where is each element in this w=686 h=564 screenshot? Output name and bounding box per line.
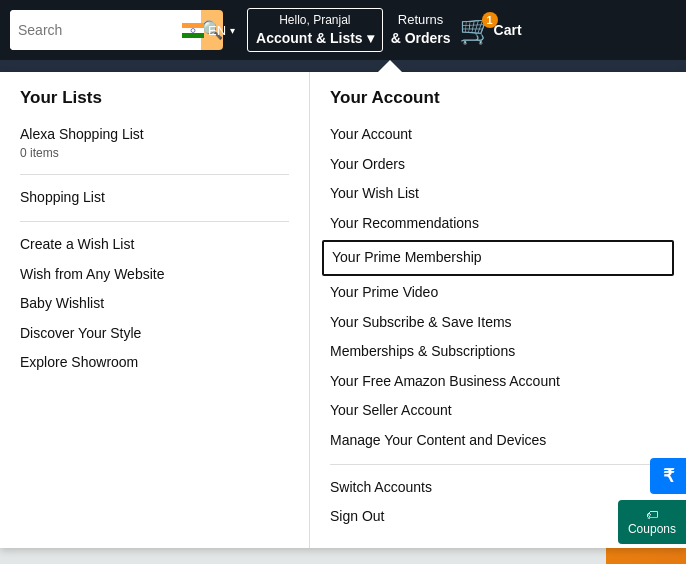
rupee-button[interactable]: ₹ (650, 458, 686, 494)
switch-accounts-item[interactable]: Switch Accounts (330, 473, 666, 503)
your-prime-membership-item[interactable]: Your Prime Membership (322, 240, 674, 276)
free-amazon-business-item[interactable]: Your Free Amazon Business Account (330, 367, 666, 397)
dropdown-overlay: Your Lists Alexa Shopping List 0 items S… (0, 60, 686, 548)
wish-any-website-item[interactable]: Wish from Any Website (20, 260, 289, 290)
svg-rect-2 (182, 33, 204, 38)
account-label: Account & Lists (256, 29, 363, 47)
lang-chevron: ▾ (230, 25, 235, 36)
your-recommendations-item[interactable]: Your Recommendations (330, 209, 666, 239)
search-bar: 🔍 (10, 10, 170, 50)
sign-out-item[interactable]: Sign Out (330, 502, 666, 532)
your-prime-video-item[interactable]: Your Prime Video (330, 278, 666, 308)
rupee-icon: ₹ (663, 465, 674, 487)
discover-style-item[interactable]: Discover Your Style (20, 319, 289, 349)
dropdown-menu: Your Lists Alexa Shopping List 0 items S… (0, 72, 686, 548)
india-flag-icon (182, 23, 204, 38)
your-lists-title: Your Lists (20, 88, 289, 108)
memberships-subscriptions-item[interactable]: Memberships & Subscriptions (330, 337, 666, 367)
cart-label: Cart (494, 22, 522, 38)
your-account-item[interactable]: Your Account (330, 120, 666, 150)
your-seller-account-item[interactable]: Your Seller Account (330, 396, 666, 426)
returns-button[interactable]: Returns & Orders (391, 11, 451, 49)
your-account-title: Your Account (330, 88, 666, 108)
coupons-button[interactable]: 🏷 Coupons (618, 500, 686, 544)
explore-showroom-item[interactable]: Explore Showroom (20, 348, 289, 378)
your-account-column: Your Account Your Account Your Orders Yo… (310, 72, 686, 548)
baby-wishlist-item[interactable]: Baby Wishlist (20, 289, 289, 319)
your-lists-column: Your Lists Alexa Shopping List 0 items S… (0, 72, 310, 548)
lang-label: EN (208, 23, 226, 38)
coupon-icon: 🏷 (646, 508, 658, 522)
account-button[interactable]: Hello, Pranjal Account & Lists ▾ (247, 8, 383, 52)
divider-1 (20, 174, 289, 175)
dropdown-caret (378, 60, 402, 72)
divider-right (330, 464, 666, 465)
search-input[interactable] (10, 10, 201, 50)
cart-count: 1 (482, 12, 498, 28)
returns-line2: & Orders (391, 29, 451, 49)
alexa-title: Alexa Shopping List (20, 125, 289, 145)
account-chevron: ▾ (367, 29, 374, 47)
language-selector[interactable]: EN ▾ (178, 19, 239, 42)
your-orders-item[interactable]: Your Orders (330, 150, 666, 180)
header: 🔍 EN ▾ Hello, Pranjal Account & Lists ▾ … (0, 0, 686, 60)
divider-2 (20, 221, 289, 222)
greeting-text: Hello, Pranjal (256, 13, 374, 29)
returns-line1: Returns (391, 11, 451, 29)
create-wish-list-item[interactable]: Create a Wish List (20, 230, 289, 260)
alexa-shopping-list-item[interactable]: Alexa Shopping List 0 items (20, 120, 289, 166)
alexa-sub: 0 items (20, 145, 289, 162)
coupon-label: Coupons (628, 522, 676, 536)
your-wish-list-item[interactable]: Your Wish List (330, 179, 666, 209)
your-subscribe-save-item[interactable]: Your Subscribe & Save Items (330, 308, 666, 338)
cart-button[interactable]: 🛒 1 Cart (459, 16, 522, 44)
svg-rect-0 (182, 23, 204, 28)
manage-content-devices-item[interactable]: Manage Your Content and Devices (330, 426, 666, 456)
cart-icon: 🛒 1 (459, 16, 494, 44)
shopping-list-item[interactable]: Shopping List (20, 183, 289, 213)
